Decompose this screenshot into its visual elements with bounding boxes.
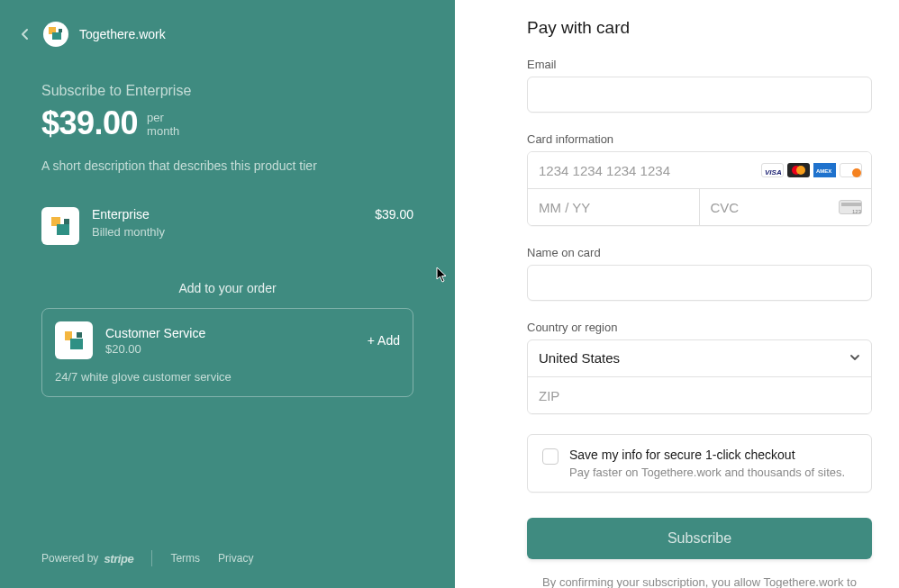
discover-icon <box>840 163 862 177</box>
svg-rect-4 <box>57 224 69 235</box>
powered-by-label: Powered by <box>41 552 98 565</box>
footer: Powered by stripe Terms Privacy <box>41 523 413 566</box>
period-unit: month <box>147 124 179 139</box>
line-item-sub: Billed monthly <box>92 225 375 239</box>
brand-logo-icon <box>43 22 68 47</box>
order-summary-panel: Togethere.work Subscribe to Enterprise $… <box>0 0 455 588</box>
chevron-down-icon <box>849 350 860 366</box>
card-info-label: Card information <box>527 132 872 146</box>
line-item-price: $39.00 <box>375 207 413 222</box>
footer-divider <box>151 550 152 566</box>
svg-text:123: 123 <box>852 209 862 214</box>
line-item-name: Enterprise <box>92 207 375 222</box>
addon-card: Customer Service $20.00 + Add 24/7 white… <box>41 308 413 397</box>
product-icon <box>41 207 79 245</box>
addon-icon <box>55 321 93 359</box>
privacy-link[interactable]: Privacy <box>218 552 253 565</box>
card-brand-icons: VISA AMEX <box>761 163 862 177</box>
svg-rect-15 <box>841 203 861 206</box>
email-label: Email <box>527 58 872 71</box>
svg-text:AMEX: AMEX <box>816 168 831 174</box>
zip-input[interactable] <box>528 377 871 413</box>
save-info-title: Save my info for secure 1-click checkout <box>569 448 845 462</box>
addon-description: 24/7 white glove customer service <box>55 370 400 384</box>
country-select[interactable]: United States <box>528 340 871 377</box>
subscribe-button[interactable]: Subscribe <box>527 518 872 559</box>
addon-price: $20.00 <box>105 342 368 356</box>
plan-description: A short description that describes this … <box>41 158 413 173</box>
plan-subtitle: Subscribe to Enterprise <box>41 83 413 99</box>
price-row: $39.00 per month <box>41 104 413 142</box>
add-addon-button[interactable]: + Add <box>368 333 400 348</box>
amex-icon: AMEX <box>813 163 836 177</box>
svg-rect-7 <box>70 339 83 349</box>
svg-point-11 <box>796 166 805 175</box>
save-info-sub: Pay faster on Togethere.work and thousan… <box>569 466 845 479</box>
addon-heading: Add to your order <box>41 281 413 295</box>
payment-disclaimer: By confirming your subscription, you all… <box>527 574 872 588</box>
svg-rect-5 <box>64 219 69 224</box>
svg-text:VISA: VISA <box>765 168 782 176</box>
svg-rect-8 <box>77 332 82 338</box>
terms-link[interactable]: Terms <box>170 552 200 565</box>
email-input[interactable] <box>527 77 872 113</box>
brand-row: Togethere.work <box>18 22 413 47</box>
per-label: per <box>147 111 179 125</box>
card-info-group: VISA AMEX 123 <box>527 151 872 226</box>
addon-name: Customer Service <box>105 326 368 340</box>
mastercard-icon <box>787 163 810 177</box>
payment-panel: Pay with card Email Card information VIS… <box>455 0 899 588</box>
country-label: Country or region <box>527 321 872 334</box>
name-on-card-input[interactable] <box>527 265 872 301</box>
save-info-checkbox[interactable] <box>542 448 558 465</box>
cvc-card-icon: 123 <box>839 200 862 214</box>
plan-period: per month <box>147 111 179 142</box>
line-item: Enterprise Billed monthly $39.00 <box>41 207 413 245</box>
visa-icon: VISA <box>761 163 784 177</box>
country-group: United States <box>527 339 872 414</box>
country-selected-value: United States <box>528 340 871 376</box>
svg-rect-2 <box>59 29 62 32</box>
back-arrow-icon[interactable] <box>18 27 32 41</box>
card-expiry-input[interactable] <box>528 189 699 225</box>
save-info-card: Save my info for secure 1-click checkout… <box>527 434 872 493</box>
svg-rect-1 <box>52 32 61 40</box>
name-label: Name on card <box>527 246 872 259</box>
payment-heading: Pay with card <box>527 18 872 38</box>
brand-name: Togethere.work <box>79 27 166 41</box>
svg-point-14 <box>852 168 861 177</box>
plan-price: $39.00 <box>41 104 138 142</box>
stripe-logo: stripe <box>104 552 133 565</box>
